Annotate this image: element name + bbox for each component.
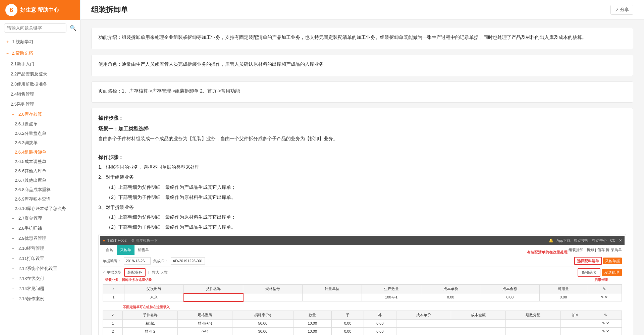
sidebar: 6 好生意 帮助中心 🔍 ＋ 1.视频学习 － 2.帮助文档 2.1新手入门 2… [0,0,80,335]
nav-item-2-6-10[interactable]: 2.6.10库存账本错了怎么办 [0,204,80,213]
share-button[interactable]: ↗ 分享 [610,5,633,15]
intro-text-1: 功能介绍：组装拆卸单用来处理企业组装或拆卸等加工业务，支持有固定装配清单的产品加… [98,34,626,42]
sim-parent-table: ✓ 父次出号 父件名称 规格型号 计量单位 生产数量 成本单价 成本金额 可用量 [103,284,622,301]
step3-1: （1）上部明细为父件明细，最终作为原材料生成其它出库单； [98,213,626,221]
nav-sub-purchase[interactable]: 2.5采购管理 [0,99,80,109]
page-title: 组装拆卸单 [91,5,128,15]
sim-child-row-1: 1 精油1 精油(+/-) 50.00 10.00 0.00 0.00 [103,319,622,327]
intro-card-1: 功能介绍：组装拆卸单用来处理企业组装或拆卸等加工业务，支持有固定装配清单的产品加… [91,28,633,49]
search-button[interactable]: 🔍 [68,24,78,32]
nav-sub-ops[interactable]: ＋ 2.10经营管理 [0,243,80,254]
sim-topbar-id: TEST-H002 [107,237,126,244]
sim-ann5: 不固定清单可在组待在这里录入 [123,305,170,309]
nav-item-2-6-9[interactable]: 2.6.9库存账本查询 [0,194,80,204]
sim-tab-sales[interactable]: 销售单 [135,245,152,255]
nav-section: ＋ 1.视频学习 － 2.帮助文档 2.1新手入门 2.2产品安装及登录 2.3… [0,36,80,304]
ops-card: 操作步骤： 场景一：加工类型选择 当由多个子件材料组装成一个成品的业务为【组装】… [91,108,633,335]
nav-sub-coupon[interactable]: ＋ 2.9优惠券管理 [0,233,80,243]
nav-sub-print[interactable]: ＋ 2.11打印设置 [0,254,80,264]
sim-screenshot: ● TEST-H002 ⚙ 同质模板一下 🔔 App下载 帮助授权 帮助中心 C… [100,236,625,335]
nav-sub-system[interactable]: ＋ 2.12系统个性化设置 [0,264,80,274]
step2: 2、对于组装业务 [98,173,626,181]
share-icon: ↗ [615,7,619,12]
nav-sub-new-user[interactable]: 2.1新手入门 [0,59,80,69]
steps-title: 操作步骤： [98,153,626,162]
collapse-icon: － [5,50,10,56]
sim-nav-tabs: 自购 采购单 销售单 [103,245,152,255]
main-header: 组装拆卸单 ↗ 分享 [80,0,644,20]
app-logo: 6 [5,4,17,16]
main-content: 组装拆卸单 ↗ 分享 功能介绍：组装拆卸单用来处理企业组装或拆卸等加工业务，支持… [80,0,644,335]
sim-tab-self[interactable]: 自购 [103,245,117,255]
sim-form-row2: ✓ 单据选型 装配业务 | 数大 人数 货物品名 发送处理 组装业务、拆卸业务在… [100,267,625,278]
search-input[interactable] [4,23,66,33]
sim-child-table: ✓ 子件名称 规格型号 损耗率(%) 数量 子 补 成本单价 成本金额 期数 [103,311,622,335]
sim-sub-table-container: ✓ 子件名称 规格型号 损耗率(%) 数量 子 补 成本单价 成本金额 期数 [100,311,625,335]
step3: 3、对于拆装业务 [98,204,626,212]
nav-item-2-6-6[interactable]: 2.6.6其他入库单 [0,166,80,176]
nav-sub-group-docs: 2.1新手入门 2.2产品安装及登录 2.3使用前数据准备 2.4销售管理 2.… [0,59,80,304]
step3-2: （2）下部明细为子件明细，最终作为产成品生成其它入库单。 [98,223,626,231]
nav-item-2-6-4[interactable]: 2.6.4组装拆卸单 [0,148,80,157]
sim-topbar-actions: 🔔 App下载 帮助授权 帮助中心 CC ✕ [549,237,622,244]
expand-icon: ＋ [5,39,10,45]
sim-annotation-box1: 选择配料清单 [574,257,602,265]
nav-sub-finance[interactable]: ＋ 2.7资金管理 [0,213,80,223]
nav-item-2-6-8[interactable]: 2.6.8商品成本重算 [0,185,80,194]
step2-1: （1）上部明细为父件明细，最终作为产成品生成其它入库单； [98,183,626,191]
nav-sub-mobile[interactable]: ＋ 2.8手机旺铺 [0,223,80,233]
step1: 1、根据不同的业务，选择不同单据的类型来处理 [98,163,626,171]
sim-nav-actions: 组装拆卸 | 拆卸 | 佰存 拆 采购单 [569,247,622,253]
nav-item-2-6-3[interactable]: 2.6.3调拨单 [0,138,80,148]
app-title: 好生意 帮助中心 [20,7,59,14]
sim-form-row: 单据编号： 2019-12-26 集成ID： AD-20191226-001 选… [100,255,625,267]
nav-item-docs[interactable]: － 2.帮助文档 [0,48,80,59]
sim-topbar-icon1: ⚙ 同质模板一下 [131,237,158,244]
intro-text-2: 使用角色：通常由生产人员或库管人员完成拆装业务的操作，库管人员确认原材料的出库和… [98,60,626,68]
ops-title: 操作步骤： [98,114,626,122]
sim-tab-purchase[interactable]: 采购单 [117,245,135,255]
nav-item-video[interactable]: ＋ 1.视频学习 [0,36,80,48]
sim-ann1: 有装配清单的在这里处理 [527,249,568,256]
scene1-title: 场景一：加工类型选择 [98,124,626,133]
nav-sub-cases[interactable]: ＋ 2.15操作案例 [0,294,80,304]
sim-ann5-area: 不固定清单可在组待在这里录入 [100,303,625,311]
nav-sub-inventory[interactable]: － 2.6库存核算 [0,109,80,119]
scene1-desc: 当由多个子件材料组装成一个成品的业务为【组装】业务，当由一个父件拆分成多个子产品… [98,135,626,143]
sim-parent-row: 1 米米 100+/-1 0.00 0.00 0.00 ✎ ✕ [103,293,622,301]
path-card: 页面路径：1、库存核算->库存管理->组装拆卸单 2、首页->常用功能 [91,81,633,103]
nav-item-2-6-5[interactable]: 2.6.5成本调整单 [0,157,80,166]
nav-sub-faq[interactable]: ＋ 2.14常见问题 [0,284,80,294]
sim-ann3: 组装业务、拆卸业务在这里切换 [105,277,152,283]
nav-sub-install[interactable]: 2.2产品安装及登录 [0,69,80,79]
sim-field-box: 货物品名 [578,268,600,277]
step2-2: （2）下部明细为子件明细，最终作为原材料生成其它出库单。 [98,193,626,202]
sim-child-row-2: 2 精油 2 (+/-) 30.00 10.00 0.00 0.00 [103,327,622,335]
nav-item-2-6-7[interactable]: 2.6.7其他出库单 [0,176,80,185]
nav-item-2-6-1[interactable]: 2.6.1盘点单 [0,119,80,129]
sidebar-header: 6 好生意 帮助中心 [0,0,80,20]
screenshot-container: ● TEST-H002 ⚙ 同质模板一下 🔔 App下载 帮助授权 帮助中心 C… [98,234,626,335]
intro-card-2: 使用角色：通常由生产人员或库管人员完成拆装业务的操作，库管人员确认原材料的出库和… [91,55,633,76]
content-area: 功能介绍：组装拆卸单用来处理企业组装或拆卸等加工业务，支持有固定装配清单的产品加… [80,20,644,335]
nav-sub-payment[interactable]: ＋ 2.13在线支付 [0,274,80,284]
sim-form-fields: 单据编号： 2019-12-26 集成ID： AD-20191226-001 选… [103,257,622,265]
sim-ann4: 启用处理 [594,277,608,283]
search-bar: 🔍 [0,20,80,36]
nav-sub-data-prep[interactable]: 2.3使用前数据准备 [0,79,80,89]
nav-item-2-6-2[interactable]: 2.6.2分量盘点单 [0,129,80,138]
nav-sub-sales[interactable]: 2.4销售管理 [0,89,80,99]
sim-topbar: ● TEST-H002 ⚙ 同质模板一下 🔔 App下载 帮助授权 帮助中心 C… [100,236,625,245]
sim-main-table-container: ✓ 父次出号 父件名称 规格型号 计量单位 生产数量 成本单价 成本金额 可用量 [100,284,625,303]
sim-logo: ● [103,237,105,244]
path-text: 页面路径：1、库存核算->库存管理->组装拆卸单 2、首页->常用功能 [98,87,626,95]
